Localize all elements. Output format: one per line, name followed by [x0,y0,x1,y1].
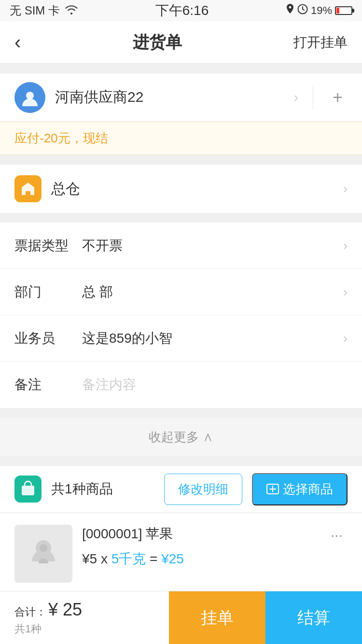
page-title: 进货单 [133,31,182,54]
salesperson-value: 这是859的小智 [82,329,343,348]
carrier-text: 无 SIM 卡 [10,3,60,18]
product-price: ¥5 x 5千克 = ¥25 [82,550,316,568]
chevron-right-icon: › [343,331,348,346]
quantity: 5千克 [111,551,146,566]
clock-icon [297,4,308,17]
battery-icon [335,6,352,15]
bottom-bar: 合计： ¥ 25 共1种 挂单 结算 [0,591,362,644]
select-product-button[interactable]: 选择商品 [252,473,348,505]
hang-label: 挂单 [201,607,234,629]
note-placeholder[interactable]: 备注内容 [82,376,348,394]
bottom-total: 合计： ¥ 25 共1种 [0,591,169,644]
total-count: 共1种 [14,622,154,636]
hang-button[interactable]: 挂单 [169,591,265,644]
unit-price: ¥5 [82,551,97,566]
note-row[interactable]: 备注 备注内容 [0,362,362,408]
svg-point-8 [40,544,47,552]
form-section: 票据类型 不开票 › 部门 总 部 › 业务员 这是859的小智 › 备注 备注… [0,223,362,408]
status-right: 19% [286,4,352,17]
ticket-type-label: 票据类型 [14,237,82,255]
product-count: 共1种商品 [51,480,154,498]
checkout-button[interactable]: 结算 [265,591,362,644]
collapse-label: 收起更多 ∧ [149,429,213,446]
department-value: 总 部 [82,283,343,301]
total-price: ¥25 [161,551,184,566]
warehouse-row[interactable]: 总仓 › [0,165,362,213]
product-icon [14,476,42,503]
department-label: 部门 [14,283,82,301]
salesperson-row[interactable]: 业务员 这是859的小智 › [0,315,362,362]
total-amount: ¥ 25 [48,600,82,620]
warehouse-name: 总仓 [51,179,343,199]
status-time: 下午6:16 [155,1,209,20]
battery-percent: 19% [311,4,332,17]
wifi-icon [65,4,78,17]
divider-1 [0,155,362,165]
product-name: [0000001] 苹果 [82,525,316,543]
status-bar: 无 SIM 卡 下午6:16 19% [0,0,362,21]
warehouse-section: 总仓 › [0,165,362,213]
svg-rect-3 [22,486,34,495]
add-button[interactable]: + [328,83,348,112]
chevron-right-icon: › [294,90,298,105]
status-left: 无 SIM 卡 [10,3,78,18]
multiply-sign: x [101,551,111,566]
select-product-label: 选择商品 [283,481,333,498]
product-thumbnail [14,525,72,583]
avatar [14,82,45,113]
ticket-type-value: 不开票 [82,237,343,255]
top-divider [0,64,362,73]
total-label: 合计： [14,605,46,619]
product-code: [0000001] [82,526,142,541]
product-apple: 苹果 [146,526,173,541]
open-hang-button[interactable]: 打开挂单 [293,33,348,52]
notice-bar: 应付-20元，现结 [0,122,362,155]
ticket-type-row[interactable]: 票据类型 不开票 › [0,223,362,269]
supplier-name: 河南供应商22 [55,87,294,107]
svg-point-1 [26,92,34,99]
checkout-label: 结算 [297,607,330,629]
location-icon [286,4,294,17]
edit-detail-button[interactable]: 修改明细 [164,474,242,505]
nav-bar: ‹ 进货单 打开挂单 [0,21,362,64]
product-header: 共1种商品 修改明细 选择商品 [0,466,362,512]
equals-sign: = [150,551,161,566]
note-label: 备注 [14,376,82,394]
svg-rect-2 [26,191,30,195]
department-row[interactable]: 部门 总 部 › [0,269,362,315]
warehouse-icon [14,175,42,202]
product-item: [0000001] 苹果 ¥5 x 5千克 = ¥25 ··· [0,513,362,594]
more-options-button[interactable]: ··· [326,525,348,545]
back-button[interactable]: ‹ [14,31,21,53]
salesperson-label: 业务员 [14,329,82,348]
product-info: [0000001] 苹果 ¥5 x 5千克 = ¥25 [82,525,316,568]
supplier-section: 河南供应商22 › + 应付-20元，现结 [0,73,362,155]
supplier-row[interactable]: 河南供应商22 › + [0,73,362,122]
chevron-right-icon: › [343,284,348,300]
collapse-bar[interactable]: 收起更多 ∧ [0,418,362,456]
chevron-right-icon: › [343,238,348,253]
chevron-right-icon: › [343,181,348,196]
row-divider [313,85,313,110]
